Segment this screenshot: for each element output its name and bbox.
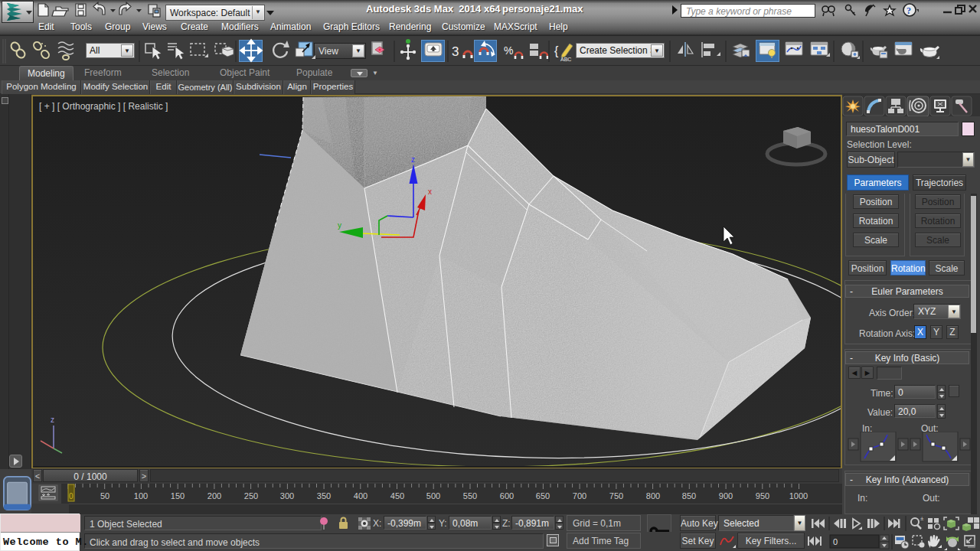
svg-text:800: 800 (646, 491, 660, 500)
svg-text:200: 200 (207, 491, 221, 500)
svg-text:%: % (504, 44, 513, 57)
svg-text:z: z (411, 155, 415, 164)
svg-text:400: 400 (354, 491, 368, 500)
svg-text:950: 950 (756, 491, 769, 500)
svg-text:1000: 1000 (789, 491, 808, 500)
svg-text:y: y (338, 221, 341, 230)
svg-text:700: 700 (573, 491, 586, 500)
svg-text:300: 300 (280, 491, 294, 500)
svg-text:350: 350 (317, 491, 331, 500)
svg-text:{: { (554, 44, 559, 57)
svg-text:100: 100 (134, 491, 148, 500)
svg-text:0: 0 (833, 537, 838, 546)
svg-text:750: 750 (609, 491, 623, 500)
svg-text:900: 900 (719, 491, 733, 500)
svg-text:z: z (51, 416, 54, 424)
svg-text:850: 850 (682, 491, 696, 500)
svg-text:450: 450 (390, 491, 404, 500)
svg-text:3: 3 (452, 44, 459, 59)
svg-text:550: 550 (463, 491, 477, 500)
svg-text:650: 650 (536, 491, 550, 500)
svg-text:250: 250 (244, 491, 258, 500)
svg-text:600: 600 (500, 491, 514, 500)
svg-text:0: 0 (69, 492, 74, 500)
svg-text:50: 50 (100, 491, 109, 500)
svg-text:ABC: ABC (560, 57, 571, 62)
svg-text:±: ± (920, 515, 924, 522)
svg-text:150: 150 (171, 491, 185, 500)
svg-text:x: x (428, 187, 432, 196)
svg-text:500: 500 (426, 491, 440, 500)
